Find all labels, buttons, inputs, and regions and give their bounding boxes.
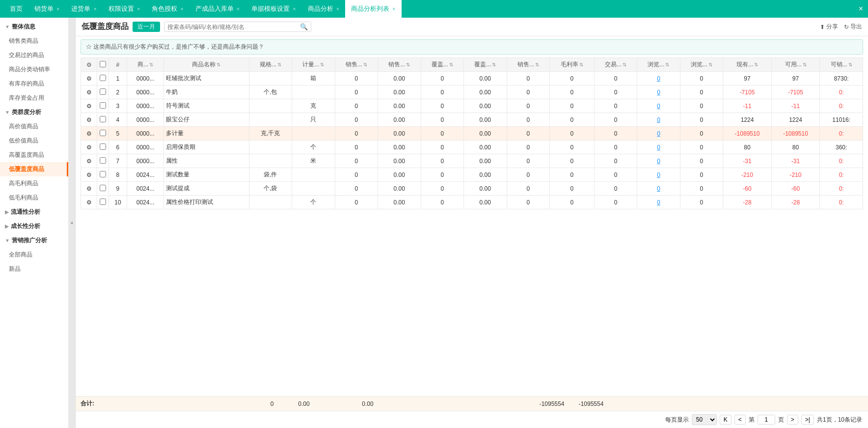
col-browse2[interactable]: 浏览...⇅ [680, 58, 723, 72]
last-page-btn[interactable]: >| [801, 415, 814, 425]
sidebar-item-high-profit[interactable]: 高毛利商品 [0, 176, 68, 191]
sidebar-item-low-coverage[interactable]: 低覆盖度商品 [0, 162, 68, 176]
nav-close-permission[interactable]: × [137, 6, 140, 12]
sidebar-section-circulation[interactable]: ▶ 流通性分析 [0, 205, 68, 219]
col-settings[interactable]: ⚙ [81, 58, 97, 72]
row-browse1[interactable]: 0 [637, 168, 680, 182]
row-checkbox[interactable] [97, 72, 109, 86]
col-cover2[interactable]: 覆盖...⇅ [464, 58, 507, 72]
search-icon[interactable]: 🔍 [300, 23, 308, 30]
nav-close-goods-analysis[interactable]: × [336, 6, 339, 12]
nav-close-purchase[interactable]: × [93, 6, 96, 12]
row-code: 0024... [127, 168, 163, 182]
sidebar-item-stock-fund[interactable]: 库存资金占用 [0, 91, 68, 105]
sidebar-item-low-value[interactable]: 低价值商品 [0, 134, 68, 148]
row-checkbox[interactable] [97, 196, 109, 209]
row-settings[interactable]: ⚙ [81, 168, 97, 182]
row-code: 0000... [127, 72, 163, 86]
row-settings[interactable]: ⚙ [81, 99, 97, 113]
row-settings[interactable]: ⚙ [81, 182, 97, 196]
sidebar-section-growth[interactable]: ▶ 成长性分析 [0, 219, 68, 233]
col-sales3[interactable]: 销售...⇅ [507, 58, 549, 72]
select-all-checkbox[interactable] [100, 61, 106, 67]
nav-template[interactable]: 单据模板设置 × [245, 0, 301, 18]
sidebar-item-traded-goods[interactable]: 交易过的商品 [0, 48, 68, 62]
sidebar-section-marketing[interactable]: ▼ 营销推广分析 [0, 233, 68, 248]
sidebar-toggle[interactable]: « [69, 18, 76, 428]
page-size-select[interactable]: 50 100 200 [692, 414, 717, 425]
col-code[interactable]: 商...⇅ [127, 58, 163, 72]
nav-close-goods-list[interactable]: × [392, 6, 395, 12]
row-settings[interactable]: ⚙ [81, 86, 97, 99]
row-browse1[interactable]: 0 [637, 196, 680, 209]
nav-close-template[interactable]: × [293, 6, 296, 12]
col-browse1[interactable]: 浏览...⇅ [637, 58, 680, 72]
row-browse1[interactable]: 0 [637, 72, 680, 86]
sidebar-item-category-rate[interactable]: 商品分类动销率 [0, 62, 68, 77]
row-settings[interactable]: ⚙ [81, 141, 97, 154]
col-unit[interactable]: 计量...⇅ [292, 58, 335, 72]
row-checkbox[interactable] [97, 99, 109, 113]
row-checkbox[interactable] [97, 86, 109, 99]
col-name[interactable]: 商品名称⇅ [164, 58, 249, 72]
period-button[interactable]: 近一月 [133, 22, 160, 32]
nav-close-sales[interactable]: × [56, 6, 59, 12]
nav-close-product-storage[interactable]: × [237, 6, 240, 12]
row-settings[interactable]: ⚙ [81, 127, 97, 141]
row-checkbox[interactable] [97, 113, 109, 127]
row-browse1[interactable]: 0 [637, 154, 680, 168]
row-checkbox[interactable] [97, 127, 109, 141]
row-browse1[interactable]: 0 [637, 141, 680, 154]
nav-close-role[interactable]: × [180, 6, 183, 12]
share-button[interactable]: ⬆ 分享 [820, 23, 838, 31]
export-button[interactable]: ↻ 导出 [844, 23, 862, 31]
sidebar-item-new-goods[interactable]: 新品 [0, 262, 68, 276]
nav-product-storage[interactable]: 产成品入库单 × [190, 0, 245, 18]
sidebar-item-in-stock[interactable]: 有库存的商品 [0, 77, 68, 91]
col-trade[interactable]: 交易...⇅ [594, 58, 637, 72]
row-settings[interactable]: ⚙ [81, 72, 97, 86]
close-all-tabs[interactable]: × [859, 4, 863, 13]
nav-purchase[interactable]: 进货单 × [65, 0, 102, 18]
row-settings[interactable]: ⚙ [81, 196, 97, 209]
sidebar-item-high-coverage[interactable]: 高覆盖度商品 [0, 148, 68, 162]
col-saleable[interactable]: 可销...⇅ [820, 58, 863, 72]
search-input[interactable] [167, 24, 300, 30]
nav-role[interactable]: 角色授权 × [146, 0, 189, 18]
row-settings[interactable]: ⚙ [81, 113, 97, 127]
row-checkbox[interactable] [97, 154, 109, 168]
row-available: -7105 [771, 86, 820, 99]
col-sales1[interactable]: 销售...⇅ [335, 58, 378, 72]
row-settings[interactable]: ⚙ [81, 154, 97, 168]
prev-page-btn[interactable]: < [734, 415, 746, 425]
nav-permission[interactable]: 权限设置 × [103, 0, 146, 18]
row-browse1[interactable]: 0 [637, 182, 680, 196]
row-browse1[interactable]: 0 [637, 113, 680, 127]
row-browse1[interactable]: 0 [637, 99, 680, 113]
col-profit[interactable]: 毛利率⇅ [549, 58, 594, 72]
row-cover1: 0 [421, 113, 463, 127]
nav-goods-analysis[interactable]: 商品分析 × [302, 0, 345, 18]
sidebar-item-low-profit[interactable]: 低毛利商品 [0, 191, 68, 205]
row-browse1[interactable]: 0 [637, 86, 680, 99]
col-current[interactable]: 现有...⇅ [723, 58, 772, 72]
row-checkbox[interactable] [97, 141, 109, 154]
sidebar-section-cluster[interactable]: ▼ 类群度分析 [0, 105, 68, 119]
sidebar-item-all-goods[interactable]: 全部商品 [0, 248, 68, 262]
sidebar-section-overall[interactable]: ▼ 整体信息 [0, 20, 68, 34]
row-checkbox[interactable] [97, 168, 109, 182]
row-browse1[interactable]: 0 [637, 127, 680, 141]
page-number-input[interactable] [758, 415, 775, 425]
col-available[interactable]: 可用...⇅ [771, 58, 820, 72]
col-cover1[interactable]: 覆盖...⇅ [421, 58, 463, 72]
sidebar-item-high-value[interactable]: 高价值商品 [0, 119, 68, 134]
col-spec[interactable]: 规格...⇅ [249, 58, 292, 72]
nav-sales[interactable]: 销货单 × [28, 0, 65, 18]
sidebar-item-sales-goods[interactable]: 销售类商品 [0, 34, 68, 48]
first-page-btn[interactable]: K [720, 415, 732, 425]
nav-goods-list[interactable]: 商品分析列表 × [345, 0, 401, 18]
next-page-btn[interactable]: > [787, 415, 798, 425]
row-checkbox[interactable] [97, 182, 109, 196]
col-sales2[interactable]: 销售...⇅ [378, 58, 421, 72]
nav-home[interactable]: 首页 [4, 0, 28, 18]
